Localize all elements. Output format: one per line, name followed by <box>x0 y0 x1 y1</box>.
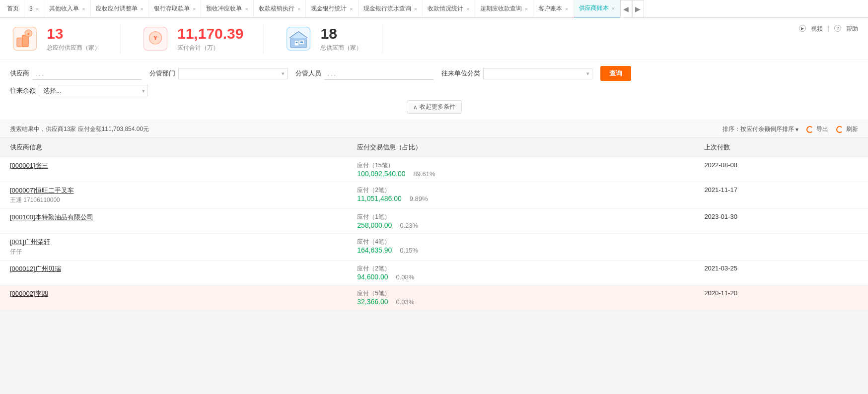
nav-tab-cash-bank-stat[interactable]: 现金银行统计 × <box>306 0 358 18</box>
sort-button[interactable]: 排序：按应付余额倒序排序 ▾ <box>723 125 798 133</box>
category-label: 往来单位分类 <box>441 69 480 78</box>
last-payment-cell: 2021-11-17 <box>694 182 868 209</box>
nav-tab-supplier-account[interactable]: 供应商账本 × <box>574 0 620 18</box>
table-row: [000012]广州贝瑞应付（2笔）94,600.000.08%2021-03-… <box>0 261 868 285</box>
nav-tab-3-close[interactable]: × <box>36 6 39 12</box>
tx-cell: 应付（5笔）32,366.000.03% <box>347 285 694 310</box>
nav-tab-home[interactable]: 首页 <box>2 0 24 18</box>
filter-balance: 往来余额 选择... <box>10 85 148 96</box>
supplier-cell: [001]广州荣轩仔仔 <box>0 234 347 261</box>
nav-tab-other-income[interactable]: 其他收入单 × <box>44 0 90 18</box>
col-supplier-info: 供应商信息 <box>0 138 347 157</box>
video-link[interactable]: 视频 <box>811 25 823 33</box>
nav-tab-collection-verify-close[interactable]: × <box>297 6 300 12</box>
amount-percent: 0.15% <box>400 247 418 254</box>
table-row: [000007]恒旺二手叉车王通 17106110000应付（2笔）11,051… <box>0 182 868 209</box>
filter-category: 往来单位分类 <box>441 68 592 79</box>
refresh-button[interactable]: 刷新 <box>836 125 858 133</box>
person-input[interactable] <box>324 67 434 80</box>
amount-percent: 0.23% <box>400 222 418 229</box>
tx-label: 应付（2笔） <box>357 264 684 273</box>
supplier-link[interactable]: [000012]广州贝瑞 <box>10 265 61 272</box>
collapse-icon: ∧ <box>413 104 418 111</box>
dept-select[interactable] <box>178 68 288 79</box>
nav-tab-overdue-query[interactable]: 超期应收款查询 × <box>475 0 533 18</box>
nav-arrow-left[interactable]: ◀ <box>620 0 632 18</box>
export-button[interactable]: 导出 <box>806 125 828 133</box>
nav-tab-3[interactable]: 3 × <box>24 0 44 18</box>
supplier-table: 供应商信息 应付交易信息（占比） 上次付数 [000001]张三应付（15笔）1… <box>0 138 868 310</box>
supplier-link[interactable]: [000001]张三 <box>10 162 48 169</box>
payable-suppliers-icon: ¥ <box>10 24 40 54</box>
nav-tab-prepay-close[interactable]: × <box>245 6 248 12</box>
supplier-link[interactable]: [000007]恒旺二手叉车 <box>10 187 74 194</box>
nav-tab-bank-deposit-close[interactable]: × <box>193 6 196 12</box>
amount-value[interactable]: 100,092,540.00 <box>357 170 405 178</box>
supplier-input[interactable] <box>32 67 142 80</box>
supplier-link[interactable]: [000002]李四 <box>10 290 48 297</box>
circle-video-icon: ▶ <box>799 25 806 32</box>
nav-tab-collection-verify[interactable]: 收款核销执行 × <box>254 0 306 18</box>
query-button[interactable]: 查询 <box>600 66 631 81</box>
tx-label: 应付（2笔） <box>357 186 684 195</box>
nav-tab-payable-adjust[interactable]: 应收应付调整单 × <box>91 0 149 18</box>
nav-tab-customer-account-close[interactable]: × <box>565 6 568 12</box>
tx-label: 应付（1笔） <box>357 213 684 221</box>
nav-tab-bank-deposit[interactable]: 银行存取款单 × <box>149 0 201 18</box>
supplier-sub-info: 王通 17106110000 <box>10 196 337 204</box>
amount-value[interactable]: 32,366.00 <box>357 298 388 306</box>
filter-bar: 供应商 分管部门 分管人员 往来单位分类 <box>0 60 868 121</box>
nav-tab-cash-bank-flow[interactable]: 现金银行流水查询 × <box>359 0 423 18</box>
table-row: [000002]李四应付（5笔）32,366.000.03%2020-11-20 <box>0 285 868 310</box>
person-label: 分管人员 <box>295 69 321 78</box>
supplier-label: 供应商 <box>10 69 29 78</box>
amount-percent: 0.03% <box>396 298 414 306</box>
stats-bar: ¥ 13 总应付供应商（家） ¥ 11,170.39 应付合计（万） <box>0 18 868 60</box>
top-links: ▶ 视频 | ? 帮助 <box>799 25 858 33</box>
top-navigation: 首页 3 × 其他收入单 × 应收应付调整单 × 银行存取款单 × 预收冲应收单… <box>0 0 868 18</box>
circle-help-icon: ? <box>834 25 841 32</box>
balance-select-wrap: 选择... <box>39 85 148 96</box>
nav-tab-customer-account[interactable]: 客户账本 × <box>533 0 574 18</box>
supplier-link[interactable]: [000100]本特勤油品有限公司 <box>10 213 93 221</box>
tx-cell: 应付（1笔）258,000.000.23% <box>347 209 694 234</box>
col-last-payment: 上次付数 <box>694 138 868 157</box>
filter-row-2: 往来余额 选择... <box>10 85 858 96</box>
category-select[interactable] <box>483 68 592 79</box>
amount-percent: 0.08% <box>396 273 414 281</box>
nav-tab-overdue-query-close[interactable]: × <box>525 6 528 12</box>
svg-rect-13 <box>300 41 303 43</box>
amount-value[interactable]: 11,051,486.00 <box>357 195 402 202</box>
nav-tab-supplier-account-close[interactable]: × <box>612 5 615 11</box>
last-payment-cell: 2021-03-25 <box>694 261 868 285</box>
dept-select-wrap <box>178 68 288 79</box>
stat-total-suppliers-text: 18 总供应商（家） <box>320 25 362 52</box>
tx-cell: 应付（15笔）100,092,540.0089.61% <box>347 157 694 182</box>
balance-label: 往来余额 <box>10 86 36 95</box>
amount-percent: 89.61% <box>414 170 435 178</box>
help-link[interactable]: 帮助 <box>846 25 858 33</box>
balance-select[interactable]: 选择... <box>39 85 148 96</box>
results-summary: 搜索结果中，供应商13家 应付金额111,703,854.00元 <box>10 125 149 133</box>
supplier-link[interactable]: [001]广州荣轩 <box>10 238 50 246</box>
nav-tab-collection-stat[interactable]: 收款情况统计 × <box>423 0 475 18</box>
nav-tab-collection-stat-close[interactable]: × <box>466 6 469 12</box>
nav-tab-prepay[interactable]: 预收冲应收单 × <box>201 0 253 18</box>
last-payment-cell: 2023-01-30 <box>694 209 868 234</box>
filter-dept: 分管部门 <box>149 68 288 79</box>
amount-value[interactable]: 164,635.90 <box>357 246 392 254</box>
nav-tab-other-income-close[interactable]: × <box>82 6 85 12</box>
svg-rect-12 <box>296 42 298 43</box>
nav-tab-payable-adjust-close[interactable]: × <box>141 6 144 12</box>
nav-arrow-right[interactable]: ▶ <box>632 0 644 18</box>
nav-tab-cash-bank-stat-close[interactable]: × <box>350 6 353 12</box>
amount-value[interactable]: 94,600.00 <box>357 273 388 281</box>
nav-tab-cash-bank-flow-close[interactable]: × <box>414 6 417 12</box>
export-circle-icon <box>806 126 813 133</box>
svg-text:¥: ¥ <box>27 32 30 36</box>
collapse-button[interactable]: ∧ 收起更多条件 <box>407 100 462 114</box>
amount-percent: 9.89% <box>410 195 428 202</box>
category-select-wrap <box>483 68 592 79</box>
stat-payable-total-text: 11,170.39 应付合计（万） <box>177 25 243 52</box>
amount-value[interactable]: 258,000.00 <box>357 221 392 229</box>
